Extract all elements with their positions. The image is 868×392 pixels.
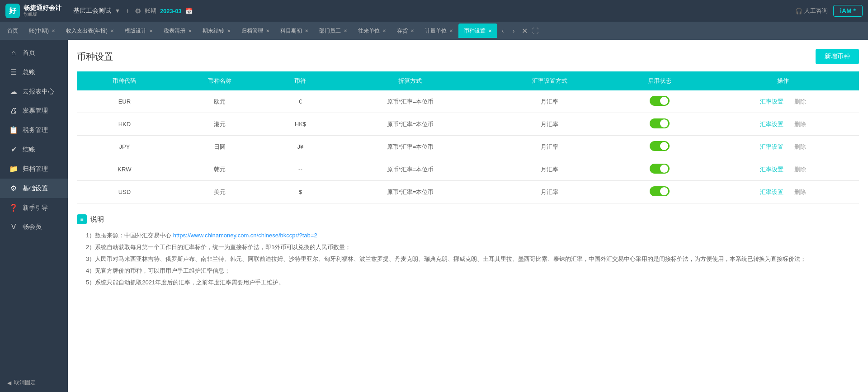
tab-currency[interactable]: 币种设置 ✕ [458, 24, 497, 38]
header-settings-icon[interactable]: ⚙ [135, 7, 141, 15]
tab-tax-list[interactable]: 税表清册 ✕ [158, 24, 197, 38]
tab-label-tax-list: 税表清册 [164, 27, 185, 35]
sidebar-item-ledger[interactable]: ☰ 总账 [0, 62, 68, 82]
tab-unit[interactable]: 计量单位 ✕ [420, 24, 458, 38]
toggle-switch-0[interactable] [650, 96, 670, 106]
tab-contacts[interactable]: 往来单位 ✕ [353, 24, 392, 38]
tab-next-button[interactable]: › [508, 25, 519, 36]
header-add-icon[interactable]: ＋ [124, 6, 131, 16]
tab-label-ledger-mid: 账(中期) [29, 27, 49, 35]
tab-ledger-mid[interactable]: 账(中期) ✕ [24, 24, 61, 38]
tab-template[interactable]: 模版设计 ✕ [119, 24, 158, 38]
sidebar-item-report[interactable]: ☁ 云报表中心 [0, 82, 68, 101]
note-link[interactable]: https://www.chinamoney.com.cn/chinese/bk… [173, 232, 317, 239]
tab-expand-button[interactable]: ⛶ [530, 25, 541, 36]
company-dropdown-icon[interactable]: ▼ [115, 8, 120, 14]
sidebar-item-archive[interactable]: 📁 归档管理 [0, 159, 68, 179]
tab-close-archive-mgmt[interactable]: ✕ [266, 28, 269, 33]
toggle-switch-2[interactable] [650, 141, 670, 151]
header-right: 🎧 人工咨询 iAM * [795, 5, 863, 17]
tab-label-unit: 计量单位 [425, 27, 447, 35]
logo-area: 好 畅捷通好会计 旗舰版 [5, 4, 73, 18]
period-label: 账期 [145, 7, 156, 15]
rate-settings-link-4[interactable]: 汇率设置 [760, 189, 783, 195]
delete-link-4[interactable]: 删除 [794, 189, 806, 195]
iam-button[interactable]: iAM * [833, 5, 863, 17]
cell-action-1: 汇率设置 删除 [708, 113, 859, 136]
sidebar-item-guide[interactable]: ❓ 新手引导 [0, 198, 68, 217]
tab-close-template[interactable]: ✕ [149, 28, 153, 33]
rate-settings-link-0[interactable]: 汇率设置 [760, 98, 783, 105]
tab-close-unit[interactable]: ✕ [449, 28, 453, 33]
tab-label-dept-staff: 部门员工 [319, 27, 341, 35]
col-header-conversion: 折算方式 [333, 71, 487, 90]
new-currency-button[interactable]: 新增币种 [816, 49, 859, 64]
delete-link-1[interactable]: 删除 [794, 121, 806, 128]
sidebar-item-home[interactable]: ⌂ 首页 [0, 43, 68, 62]
checkout-icon: ✔ [9, 145, 18, 154]
cell-rate-type-4: 月汇率 [487, 181, 612, 203]
tab-close-contacts[interactable]: ✕ [382, 28, 386, 33]
tab-close-currency[interactable]: ✕ [488, 28, 492, 33]
tab-close-all-button[interactable]: ✕ [519, 25, 530, 36]
tab-close-dept-staff[interactable]: ✕ [344, 28, 347, 33]
tab-label-archive-mgmt: 归档管理 [241, 27, 263, 35]
cell-code-3: KRW [77, 158, 172, 181]
toggle-switch-3[interactable] [650, 164, 670, 174]
tab-archive-mgmt[interactable]: 归档管理 ✕ [236, 24, 275, 38]
sidebar-label-settings: 基础设置 [23, 184, 48, 193]
cell-action-3: 汇率设置 删除 [708, 158, 859, 181]
tab-income-report[interactable]: 收入支出表(年报) ✕ [61, 24, 119, 38]
col-header-name: 币种名称 [172, 71, 268, 90]
logo-text: 畅捷通好会计 [24, 4, 61, 12]
tab-close-subject-init[interactable]: ✕ [305, 28, 308, 33]
sidebar-collapse[interactable]: ◀ 取消固定 [0, 373, 68, 392]
note-item-1: 2）系统自动获取每月第一个工作日的汇率标价，统一为直接标价法，即1外币可以兑换的… [86, 241, 859, 253]
tab-dept-staff[interactable]: 部门员工 ✕ [314, 24, 353, 38]
toggle-switch-1[interactable] [650, 118, 670, 128]
sidebar-item-member[interactable]: V 畅会员 [0, 217, 68, 236]
cell-conversion-0: 原币*汇率=本位币 [333, 90, 487, 113]
sidebar-item-tax[interactable]: 📋 税务管理 [0, 120, 68, 140]
tab-close-income-report[interactable]: ✕ [110, 28, 114, 33]
cell-toggle-4 [612, 181, 708, 203]
tab-inventory[interactable]: 存货 ✕ [392, 24, 420, 38]
headset-icon: 🎧 [795, 8, 802, 14]
delete-link-2[interactable]: 删除 [794, 143, 806, 150]
tab-subject-init[interactable]: 科目期初 ✕ [275, 24, 314, 38]
tab-close-tax-list[interactable]: ✕ [188, 28, 192, 33]
sidebar-item-checkout[interactable]: ✔ 结账 [0, 140, 68, 159]
table-row: HKD 港元 HK$ 原币*汇率=本位币 月汇率 汇率设置 删除 [77, 113, 859, 136]
tab-label-income-report: 收入支出表(年报) [66, 27, 108, 35]
tab-prev-button[interactable]: ‹ [497, 25, 508, 36]
service-button[interactable]: 🎧 人工咨询 [795, 7, 828, 15]
company-name: 基层工会测试 [73, 7, 111, 15]
col-header-code: 币种代码 [77, 71, 172, 90]
rate-settings-link-3[interactable]: 汇率设置 [760, 166, 783, 173]
sidebar-label-checkout: 结账 [23, 146, 35, 154]
rate-settings-link-2[interactable]: 汇率设置 [760, 143, 783, 150]
sidebar: ⌂ 首页 ☰ 总账 ☁ 云报表中心 🖨 发票管理 📋 税务管理 ✔ 结账 📁 归… [0, 40, 68, 392]
ledger-icon: ☰ [9, 68, 18, 76]
cell-action-0: 汇率设置 删除 [708, 90, 859, 113]
delete-link-3[interactable]: 删除 [794, 166, 806, 173]
tab-close-inventory[interactable]: ✕ [410, 28, 414, 33]
tab-home[interactable]: 首页 [2, 24, 24, 38]
cell-code-1: HKD [77, 113, 172, 136]
currency-table: 币种代码 币种名称 币符 折算方式 汇率设置方式 启用状态 操作 EUR 欧元 … [77, 71, 859, 203]
sidebar-item-settings[interactable]: ⚙ 基础设置 [0, 179, 68, 198]
tab-close-period-transfer[interactable]: ✕ [227, 28, 231, 33]
sidebar-item-invoice[interactable]: 🖨 发票管理 [0, 101, 68, 120]
sidebar-label-guide: 新手引导 [23, 204, 48, 212]
calendar-icon[interactable]: 📅 [185, 8, 193, 14]
toggle-switch-4[interactable] [650, 186, 670, 196]
cell-code-0: EUR [77, 90, 172, 113]
cell-rate-type-3: 月汇率 [487, 158, 612, 181]
delete-link-0[interactable]: 删除 [794, 98, 806, 105]
cell-action-2: 汇率设置 删除 [708, 136, 859, 158]
note-item-4: 5）系统只能自动抓取2021年度后的汇率，之前年度汇率需要用户手工维护。 [86, 277, 859, 288]
col-header-action: 操作 [708, 71, 859, 90]
tab-period-transfer[interactable]: 期末结转 ✕ [197, 24, 236, 38]
tab-close-ledger-mid[interactable]: ✕ [52, 28, 55, 33]
rate-settings-link-1[interactable]: 汇率设置 [760, 121, 783, 128]
